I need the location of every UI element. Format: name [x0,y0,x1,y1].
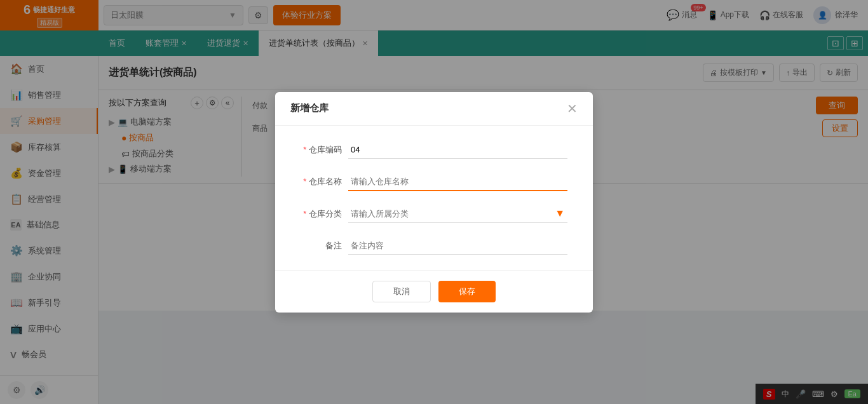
category-required-star: * [303,209,309,219]
modal-overlay: 新增仓库 ✕ * 仓库编码 * 仓库名称 * 仓库分类 [0,0,868,404]
warehouse-name-input[interactable] [348,173,567,191]
modal-footer: 取消 保存 [275,270,593,313]
modal-header: 新增仓库 ✕ [275,92,593,126]
note-input[interactable] [348,237,567,255]
category-label: * 仓库分类 [301,208,348,220]
category-select-wrap[interactable]: ▼ [348,205,567,223]
modal-title: 新增仓库 [290,102,329,114]
category-dropdown-icon: ▼ [555,208,567,219]
code-required-star: * [303,145,309,154]
warehouse-code-input[interactable] [348,141,567,159]
modal-body: * 仓库编码 * 仓库名称 * 仓库分类 ▼ [275,126,593,270]
code-form-row: * 仓库编码 [301,141,567,159]
cancel-btn[interactable]: 取消 [372,281,431,302]
modal-close-btn[interactable]: ✕ [567,102,578,115]
name-required-star: * [303,177,309,186]
category-select-input[interactable] [348,205,555,222]
code-label: * 仓库编码 [301,144,348,156]
name-label: * 仓库名称 [301,176,348,187]
note-label: 备注 [301,240,348,252]
note-form-row: 备注 [301,237,567,255]
category-form-row: * 仓库分类 ▼ [301,205,567,223]
name-form-row: * 仓库名称 [301,173,567,191]
save-btn[interactable]: 保存 [438,281,496,302]
new-warehouse-modal: 新增仓库 ✕ * 仓库编码 * 仓库名称 * 仓库分类 [275,92,593,313]
